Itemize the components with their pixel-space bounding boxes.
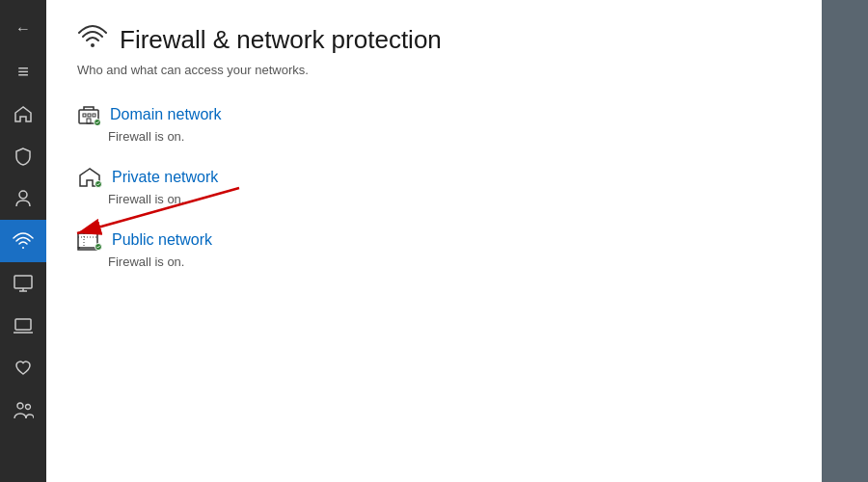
sidebar-item-family[interactable]	[0, 389, 46, 432]
private-network-status: Firewall is on.	[108, 192, 791, 206]
sidebar: ← ≡	[0, 0, 46, 482]
svg-point-0	[19, 191, 27, 199]
page-title: Firewall & network protection	[120, 25, 442, 55]
network-item-public: Public network Firewall is on.	[77, 229, 791, 269]
public-network-link[interactable]: Public network	[112, 231, 212, 249]
svg-rect-7	[83, 114, 86, 117]
header-firewall-icon	[77, 23, 108, 50]
sidebar-item-laptop[interactable]	[0, 305, 46, 347]
sidebar-item-person[interactable]	[0, 177, 46, 220]
page-header-icon	[77, 23, 108, 57]
menu-icon: ≡	[17, 62, 29, 81]
network-item-private: Private network Firewall is on.	[77, 167, 791, 206]
network-item-domain: Domain network Firewall is on.	[77, 104, 791, 144]
network-item-domain-header: Domain network	[77, 104, 791, 125]
svg-rect-2	[15, 319, 31, 330]
public-icon	[77, 229, 102, 251]
shield-icon	[14, 147, 32, 166]
window-icon	[14, 275, 33, 292]
sidebar-item-shield[interactable]	[0, 135, 46, 177]
back-icon: ←	[15, 20, 31, 38]
family-icon	[13, 401, 34, 420]
network-item-public-header: Public network	[77, 229, 791, 251]
laptop-icon	[13, 317, 34, 335]
right-background	[822, 0, 868, 482]
main-content: Firewall & network protection Who and wh…	[46, 0, 822, 482]
person-icon	[14, 189, 32, 208]
private-network-icon	[77, 167, 102, 188]
domain-network-icon	[77, 104, 100, 125]
svg-rect-8	[88, 114, 91, 117]
sidebar-item-health[interactable]	[0, 347, 46, 389]
domain-network-status: Firewall is on.	[108, 129, 791, 144]
public-network-icon	[77, 229, 102, 251]
svg-rect-9	[93, 114, 95, 117]
sidebar-item-back[interactable]: ←	[0, 8, 46, 50]
domain-icon	[77, 104, 100, 125]
firewall-icon	[13, 231, 34, 251]
sidebar-item-menu[interactable]: ≡	[0, 50, 46, 93]
svg-point-4	[26, 405, 31, 410]
home-icon	[14, 104, 33, 123]
svg-rect-1	[14, 276, 32, 288]
public-network-status: Firewall is on.	[108, 254, 791, 269]
page-subtitle: Who and what can access your networks.	[77, 63, 791, 77]
svg-point-5	[91, 43, 95, 47]
svg-point-11	[95, 120, 101, 126]
sidebar-item-window[interactable]	[0, 262, 46, 305]
svg-rect-13	[78, 233, 97, 248]
svg-point-3	[17, 403, 23, 409]
page-header: Firewall & network protection	[77, 23, 791, 57]
private-network-link[interactable]: Private network	[112, 169, 218, 186]
domain-network-link[interactable]: Domain network	[110, 106, 222, 123]
private-icon	[77, 167, 102, 188]
sidebar-item-firewall[interactable]	[0, 220, 46, 262]
network-item-private-header: Private network	[77, 167, 791, 188]
sidebar-item-home[interactable]	[0, 93, 46, 135]
health-icon	[14, 360, 33, 377]
